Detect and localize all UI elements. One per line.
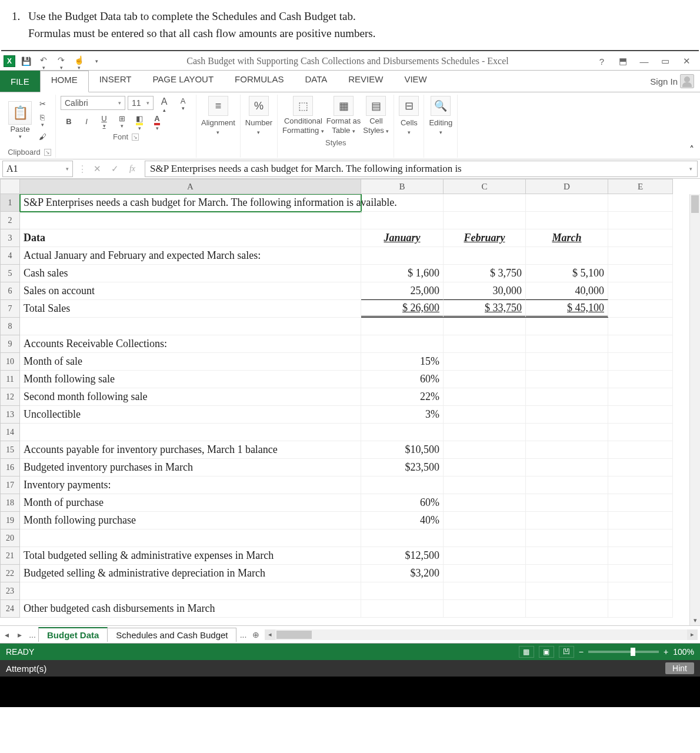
cell-C20[interactable] bbox=[444, 529, 526, 547]
tab-file[interactable]: FILE bbox=[0, 71, 40, 92]
cell-C13[interactable] bbox=[444, 406, 526, 424]
cell-E7[interactable] bbox=[608, 300, 673, 318]
cell-D10[interactable] bbox=[526, 353, 608, 371]
cell-E21[interactable] bbox=[608, 547, 673, 565]
cell-E9[interactable] bbox=[608, 335, 673, 353]
cell-B3[interactable]: January bbox=[361, 229, 444, 247]
cell-C19[interactable] bbox=[444, 512, 526, 529]
copy-icon[interactable]: ⎘▾ bbox=[34, 112, 51, 128]
cell-A1[interactable]: S&P Enterprises needs a cash budget for … bbox=[20, 194, 361, 212]
cell-C2[interactable] bbox=[444, 212, 526, 229]
scroll-thumb[interactable] bbox=[691, 195, 699, 213]
page-layout-view-icon[interactable]: ▣ bbox=[539, 646, 554, 658]
tab-page-layout[interactable]: PAGE LAYOUT bbox=[142, 71, 224, 92]
cell-A24[interactable]: Other budgeted cash disbursements in Mar… bbox=[20, 600, 361, 618]
cell-E24[interactable] bbox=[608, 600, 673, 618]
format-as-table-button[interactable]: ▦ Format asTable ▾ bbox=[326, 96, 361, 135]
name-box[interactable]: A1▾ bbox=[2, 161, 73, 177]
shrink-font-icon[interactable]: A▾ bbox=[175, 96, 191, 111]
underline-button[interactable]: U▾ bbox=[96, 114, 112, 129]
cell-E19[interactable] bbox=[608, 512, 673, 529]
cell-E18[interactable] bbox=[608, 494, 673, 512]
cell-A18[interactable]: Month of purchase bbox=[20, 494, 361, 512]
select-all-corner[interactable] bbox=[0, 179, 20, 194]
cell-B22[interactable]: $3,200 bbox=[361, 565, 444, 582]
cell-B24[interactable] bbox=[361, 600, 444, 618]
borders-icon[interactable]: ⊞▾ bbox=[114, 114, 130, 129]
cell-B11[interactable]: 60% bbox=[361, 371, 444, 388]
cell-C23[interactable] bbox=[444, 582, 526, 600]
row-header[interactable]: 23 bbox=[0, 582, 20, 600]
grow-font-icon[interactable]: A▴ bbox=[156, 96, 172, 111]
cell-D18[interactable] bbox=[526, 494, 608, 512]
row-header[interactable]: 12 bbox=[0, 388, 20, 406]
cell-B14[interactable] bbox=[361, 424, 444, 441]
cell-A20[interactable] bbox=[20, 529, 361, 547]
cell-E20[interactable] bbox=[608, 529, 673, 547]
cell-C17[interactable] bbox=[444, 477, 526, 494]
row-header[interactable]: 10 bbox=[0, 353, 20, 371]
redo-icon[interactable]: ↷▾ bbox=[54, 55, 68, 68]
cell-E6[interactable] bbox=[608, 282, 673, 300]
row-header[interactable]: 2 bbox=[0, 212, 20, 229]
cell-A22[interactable]: Budgeted selling & administrative deprec… bbox=[20, 565, 361, 582]
cell-D6[interactable]: 40,000 bbox=[526, 282, 608, 300]
font-dialog-icon[interactable]: ↘ bbox=[132, 134, 139, 141]
zoom-out-icon[interactable]: − bbox=[579, 647, 584, 657]
paste-label[interactable]: Paste bbox=[10, 125, 29, 134]
row-header[interactable]: 19 bbox=[0, 512, 20, 529]
cell-C11[interactable] bbox=[444, 371, 526, 388]
ribbon-display-icon[interactable]: ⬒ bbox=[613, 55, 633, 68]
cell-B12[interactable]: 22% bbox=[361, 388, 444, 406]
row-header[interactable]: 20 bbox=[0, 529, 20, 547]
cell-B16[interactable]: $23,500 bbox=[361, 459, 444, 477]
touch-mode-icon[interactable]: ☝▾ bbox=[72, 55, 86, 68]
bold-button[interactable]: B bbox=[61, 114, 77, 129]
row-header[interactable]: 16 bbox=[0, 459, 20, 477]
cell-A8[interactable] bbox=[20, 318, 361, 335]
tab-ellipsis[interactable]: ... bbox=[26, 627, 39, 642]
sign-in[interactable]: Sign In bbox=[644, 71, 700, 92]
tab-home[interactable]: HOME bbox=[40, 71, 89, 92]
cell-E1[interactable] bbox=[608, 194, 673, 212]
col-header-d[interactable]: D bbox=[526, 179, 608, 194]
cell-A7[interactable]: Total Sales bbox=[20, 300, 361, 318]
maximize-button[interactable]: ▭ bbox=[655, 55, 675, 68]
row-header[interactable]: 14 bbox=[0, 424, 20, 441]
cell-E11[interactable] bbox=[608, 371, 673, 388]
cell-A13[interactable]: Uncollectible bbox=[20, 406, 361, 424]
cell-B23[interactable] bbox=[361, 582, 444, 600]
format-painter-icon[interactable]: 🖌 bbox=[34, 129, 51, 144]
cell-A12[interactable]: Second month following sale bbox=[20, 388, 361, 406]
cell-A10[interactable]: Month of sale bbox=[20, 353, 361, 371]
italic-button[interactable]: I bbox=[78, 114, 95, 129]
cell-A6[interactable]: Sales on account bbox=[20, 282, 361, 300]
hscroll-thumb[interactable] bbox=[276, 631, 312, 639]
cell-D22[interactable] bbox=[526, 565, 608, 582]
cell-E5[interactable] bbox=[608, 265, 673, 282]
col-header-e[interactable]: E bbox=[608, 179, 673, 194]
cell-D21[interactable] bbox=[526, 547, 608, 565]
cell-B7[interactable]: $ 26,600 bbox=[361, 300, 444, 318]
cell-D20[interactable] bbox=[526, 529, 608, 547]
cell-A9[interactable]: Accounts Receivable Collections: bbox=[20, 335, 361, 353]
cell-D16[interactable] bbox=[526, 459, 608, 477]
zoom-in-icon[interactable]: + bbox=[664, 647, 668, 657]
cell-D2[interactable] bbox=[526, 212, 608, 229]
qat-customize-icon[interactable]: ▾ bbox=[89, 55, 104, 68]
alignment-icon[interactable]: ≡ bbox=[208, 96, 228, 116]
cell-B1[interactable] bbox=[361, 194, 444, 212]
page-break-view-icon[interactable]: 凹 bbox=[559, 646, 574, 658]
row-header[interactable]: 15 bbox=[0, 441, 20, 459]
cell-C18[interactable] bbox=[444, 494, 526, 512]
row-header[interactable]: 4 bbox=[0, 247, 20, 265]
formula-bar[interactable]: S&P Enterprises needs a cash budget for … bbox=[145, 161, 698, 177]
tab-data[interactable]: DATA bbox=[294, 71, 338, 92]
enter-formula-icon[interactable]: ✓ bbox=[107, 162, 122, 176]
cell-E2[interactable] bbox=[608, 212, 673, 229]
col-header-b[interactable]: B bbox=[361, 179, 444, 194]
cell-A14[interactable] bbox=[20, 424, 361, 441]
cell-D9[interactable] bbox=[526, 335, 608, 353]
cell-E4[interactable] bbox=[608, 247, 673, 265]
cell-B19[interactable]: 40% bbox=[361, 512, 444, 529]
